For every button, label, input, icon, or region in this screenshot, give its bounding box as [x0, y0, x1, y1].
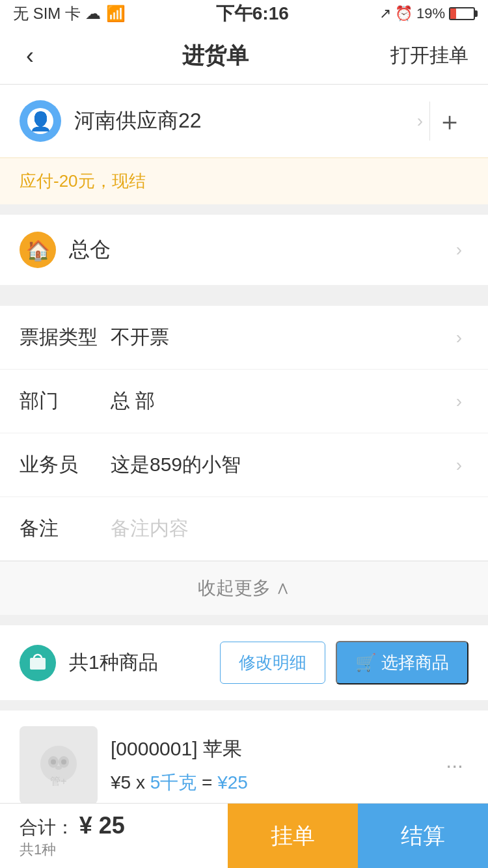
product-info: [0000001] 苹果 ¥5 x 5千克 = ¥25	[111, 736, 427, 795]
back-button[interactable]: ‹	[20, 36, 40, 76]
status-time: 下午6:16	[216, 1, 289, 26]
department-value: 总 部	[98, 388, 456, 414]
products-count: 共1种商品	[69, 649, 220, 676]
status-bar: 无 SIM 卡 ☁ 📶 下午6:16 ↗ ⏰ 19%	[0, 0, 488, 27]
product-title: 苹果	[203, 738, 242, 759]
salesman-row[interactable]: 业务员 这是859的小智 ›	[0, 433, 488, 497]
alarm-icon: ⏰	[395, 5, 413, 22]
salesman-chevron-icon: ›	[456, 455, 462, 476]
warehouse-chevron-icon: ›	[456, 239, 462, 260]
department-chevron-icon: ›	[456, 391, 462, 412]
ticket-type-chevron-icon: ›	[456, 327, 462, 348]
product-quantity: 5千克	[150, 772, 197, 793]
department-row[interactable]: 部门 总 部 ›	[0, 370, 488, 433]
svg-text:管+: 管+	[50, 776, 66, 787]
battery-icon	[449, 7, 475, 20]
total-section: 合计： ¥ 25 共1种	[0, 812, 228, 860]
content-area: 👤 河南供应商22 › ＋ 应付-20元，现结 🏠 总仓 › 票据类型 不开票 …	[0, 85, 488, 868]
battery-percent: 19%	[416, 5, 445, 22]
product-total: ¥25	[217, 772, 248, 793]
supplier-avatar: 👤	[20, 100, 61, 142]
product-equals: =	[202, 772, 217, 793]
ticket-type-row[interactable]: 票据类型 不开票 ›	[0, 306, 488, 370]
salesman-value: 这是859的小智	[98, 452, 456, 478]
supplier-section: 👤 河南供应商22 › ＋ 应付-20元，现结	[0, 85, 488, 204]
product-code: [0000001]	[111, 738, 203, 759]
page-title: 进货单	[182, 41, 249, 71]
svg-point-6	[55, 766, 62, 770]
status-left: 无 SIM 卡 ☁ 📶	[13, 3, 126, 24]
supplier-row[interactable]: 👤 河南供应商22 › ＋	[0, 85, 488, 157]
product-unit-price: ¥5 x	[111, 772, 150, 793]
nav-bar: ‹ 进货单 打开挂单	[0, 27, 488, 85]
remark-input[interactable]: 备注内容	[98, 515, 468, 542]
form-section: 票据类型 不开票 › 部门 总 部 › 业务员 这是859的小智 › 备注 备注…	[0, 306, 488, 615]
remark-label: 备注	[20, 515, 98, 542]
payment-hint: 应付-20元，现结	[0, 157, 488, 204]
total-amount: ¥ 25	[79, 812, 125, 839]
products-header: 共1种商品 修改明细 🛒 选择商品	[0, 625, 488, 700]
hang-order-button[interactable]: 挂单	[228, 804, 358, 869]
warehouse-name: 总仓	[69, 236, 456, 264]
salesman-label: 业务员	[20, 452, 98, 478]
cart-icon: 🛒	[355, 653, 376, 673]
status-right: ↗ ⏰ 19%	[379, 5, 475, 22]
divider-2	[0, 295, 488, 306]
svg-point-5	[61, 759, 66, 765]
department-label: 部门	[20, 388, 98, 414]
wifi-icon: 📶	[106, 5, 126, 23]
products-icon	[20, 645, 56, 681]
ticket-type-value: 不开票	[98, 324, 456, 351]
select-product-button[interactable]: 🛒 选择商品	[336, 641, 468, 685]
checkout-button[interactable]: 结算	[358, 804, 488, 869]
total-label: 合计：	[20, 817, 74, 837]
svg-rect-0	[30, 658, 46, 670]
warehouse-row[interactable]: 🏠 总仓 ›	[0, 215, 488, 285]
product-price-row: ¥5 x 5千克 = ¥25	[111, 770, 427, 795]
svg-point-4	[51, 759, 56, 765]
product-name: [0000001] 苹果	[111, 736, 427, 763]
warehouse-section[interactable]: 🏠 总仓 ›	[0, 215, 488, 285]
location-icon: ↗	[379, 5, 391, 22]
bottom-bar: 合计： ¥ 25 共1种 挂单 结算	[0, 803, 488, 868]
warehouse-icon: 🏠	[20, 232, 56, 268]
total-count: 共1种	[20, 840, 208, 860]
products-section: 共1种商品 修改明细 🛒 选择商品	[0, 625, 488, 700]
modify-detail-button[interactable]: 修改明细	[220, 642, 325, 684]
product-thumbnail: 管+	[20, 726, 98, 804]
divider-1	[0, 204, 488, 215]
total-row: 合计： ¥ 25	[20, 812, 208, 840]
product-more-button[interactable]: ···	[441, 748, 468, 783]
ticket-type-label: 票据类型	[20, 324, 98, 351]
open-hang-button[interactable]: 打开挂单	[390, 42, 468, 69]
sim-status: 无 SIM 卡 ☁	[13, 3, 101, 24]
collapse-toggle-button[interactable]: 收起更多 ∧	[0, 561, 488, 615]
chevron-right-icon: ›	[417, 111, 423, 131]
remark-row[interactable]: 备注 备注内容	[0, 497, 488, 561]
add-supplier-button[interactable]: ＋	[429, 102, 468, 141]
supplier-name: 河南供应商22	[74, 107, 417, 135]
user-icon: 👤	[27, 108, 53, 134]
